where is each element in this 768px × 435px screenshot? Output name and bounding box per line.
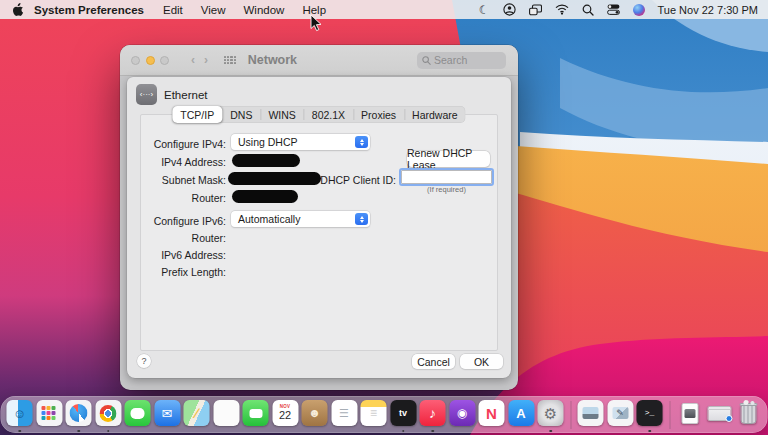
running-indicator-dot bbox=[107, 430, 110, 433]
menu-item-window[interactable]: Window bbox=[235, 4, 294, 16]
configure-ipv6-popup[interactable]: Automatically bbox=[231, 211, 370, 227]
dock-item-preview[interactable]: ✎ bbox=[606, 397, 634, 432]
ethernet-sheet: ‹···› Ethernet TCP/IPDNSWINS802.1XProxie… bbox=[127, 77, 511, 378]
dock-item-photos[interactable] bbox=[212, 397, 240, 432]
dock-item-reminders[interactable]: ☰ bbox=[330, 397, 358, 432]
tab-proxies[interactable]: Proxies bbox=[353, 106, 404, 123]
apple-menu-icon[interactable] bbox=[13, 3, 24, 16]
ipv4-address-label: IPv4 Address: bbox=[127, 156, 226, 168]
popup-stepper-icon bbox=[355, 136, 368, 148]
subnet-mask-label: Subnet Mask: bbox=[127, 174, 226, 186]
running-indicator-dot bbox=[431, 430, 434, 433]
dock-divider bbox=[570, 401, 571, 429]
router-label: Router: bbox=[127, 192, 226, 204]
service-name: Ethernet bbox=[164, 89, 207, 101]
window-title: Network bbox=[248, 53, 297, 67]
cancel-button[interactable]: Cancel bbox=[412, 354, 455, 369]
configure-ipv4-label: Configure IPv4: bbox=[127, 138, 226, 150]
dock-item-chrome[interactable] bbox=[94, 397, 122, 432]
menu-app-name[interactable]: System Preferences bbox=[30, 4, 154, 16]
configure-ipv6-value: Automatically bbox=[231, 213, 355, 225]
prefix-length-label: Prefix Length: bbox=[127, 266, 226, 278]
dock-item-apple-tv[interactable]: tv bbox=[389, 397, 417, 432]
search-field[interactable]: Search bbox=[417, 52, 506, 69]
dock-item-maps[interactable]: ∕ bbox=[183, 397, 211, 432]
tab-wins[interactable]: WINS bbox=[260, 106, 303, 123]
search-placeholder: Search bbox=[434, 54, 467, 66]
dock-item-system-preferences[interactable]: ⚙ bbox=[537, 397, 565, 432]
dock-item-finder[interactable]: ☺ bbox=[6, 397, 34, 432]
ipv6-address-label: IPv6 Address: bbox=[127, 249, 226, 261]
dock-item-mail[interactable]: ✉ bbox=[153, 397, 181, 432]
close-button[interactable] bbox=[131, 56, 140, 65]
user-account-icon[interactable] bbox=[503, 0, 516, 19]
mouse-cursor bbox=[310, 14, 322, 32]
dock-item-news[interactable]: N bbox=[478, 397, 506, 432]
dhcp-client-id-input[interactable] bbox=[401, 170, 492, 184]
siri-icon[interactable] bbox=[633, 0, 645, 19]
ipv6-router-label: Router: bbox=[127, 232, 226, 244]
ipv4-address-redacted-value bbox=[232, 154, 300, 167]
running-indicator-dot bbox=[402, 430, 405, 433]
screen-mirroring-icon[interactable] bbox=[529, 0, 542, 19]
running-indicator-dot bbox=[77, 430, 80, 433]
configure-ipv4-value: Using DHCP bbox=[231, 136, 355, 148]
dock-item-image-viewer[interactable] bbox=[577, 397, 605, 432]
dock-item-app-store[interactable]: A bbox=[507, 397, 535, 432]
zoom-button[interactable] bbox=[160, 56, 169, 65]
menu-item-view[interactable]: View bbox=[192, 4, 235, 16]
dock-item-calendar[interactable]: NOV22 bbox=[271, 397, 299, 432]
dock-item-music[interactable]: ♪ bbox=[419, 397, 447, 432]
dock-divider bbox=[669, 401, 670, 429]
menu-bar: System Preferences EditViewWindowHelp ☾ … bbox=[0, 0, 768, 19]
dock-item-launchpad[interactable] bbox=[35, 397, 63, 432]
minimize-button[interactable] bbox=[146, 56, 155, 65]
running-indicator-dot bbox=[549, 430, 552, 433]
forward-icon[interactable]: › bbox=[204, 53, 208, 67]
tab-tcp-ip[interactable]: TCP/IP bbox=[172, 106, 222, 123]
network-window: ‹ › Network Search ‹···› Ethernet TCP/IP… bbox=[120, 45, 518, 390]
renew-dhcp-lease-button[interactable]: Renew DHCP Lease bbox=[407, 151, 490, 167]
dock-item-document[interactable] bbox=[676, 397, 704, 432]
show-all-icon[interactable] bbox=[224, 56, 236, 65]
configure-ipv4-popup[interactable]: Using DHCP bbox=[231, 134, 370, 150]
dock-item-messages[interactable] bbox=[124, 397, 152, 432]
tab-bar: TCP/IPDNSWINS802.1XProxiesHardware bbox=[172, 106, 465, 123]
window-titlebar[interactable]: ‹ › Network Search bbox=[120, 45, 518, 76]
running-indicator-dot bbox=[648, 430, 651, 433]
dock-item-contacts[interactable]: ☻ bbox=[301, 397, 329, 432]
tab-802-1x[interactable]: 802.1X bbox=[304, 106, 353, 123]
dock-item-terminal[interactable]: >_ bbox=[636, 397, 664, 432]
search-icon bbox=[422, 56, 431, 65]
dock-item-podcasts[interactable]: ◉ bbox=[448, 397, 476, 432]
dock-item-facetime[interactable] bbox=[242, 397, 270, 432]
back-icon[interactable]: ‹ bbox=[191, 53, 195, 67]
running-indicator-dot bbox=[18, 430, 21, 433]
desktop: System Preferences EditViewWindowHelp ☾ … bbox=[0, 0, 768, 435]
ethernet-icon: ‹···› bbox=[136, 84, 157, 105]
dock-item-trash[interactable] bbox=[735, 397, 763, 432]
spotlight-icon[interactable] bbox=[582, 0, 594, 19]
wifi-icon[interactable] bbox=[555, 0, 569, 19]
control-center-icon[interactable] bbox=[607, 0, 620, 19]
popup-stepper-icon bbox=[355, 213, 368, 225]
router-redacted-value bbox=[232, 190, 298, 203]
menu-item-edit[interactable]: Edit bbox=[154, 4, 192, 16]
ok-button[interactable]: OK bbox=[460, 354, 503, 369]
dock-item-safari[interactable] bbox=[65, 397, 93, 432]
tab-hardware[interactable]: Hardware bbox=[404, 106, 466, 123]
tab-dns[interactable]: DNS bbox=[222, 106, 260, 123]
help-button[interactable]: ? bbox=[137, 354, 151, 368]
dock-item-notes[interactable]: ≡ bbox=[360, 397, 388, 432]
configure-ipv6-label: Configure IPv6: bbox=[127, 215, 226, 227]
dock: ☺✉∕NOV22☻☰≡tv♪◉NA⚙✎>_ bbox=[1, 396, 768, 433]
menu-clock[interactable]: Tue Nov 22 7:30 PM bbox=[658, 4, 758, 16]
dock-item-minimized-window[interactable] bbox=[705, 397, 733, 432]
dhcp-client-id-hint: (If required) bbox=[401, 185, 492, 194]
do-not-disturb-icon[interactable]: ☾ bbox=[479, 0, 490, 19]
dhcp-client-id-label: DHCP Client ID: bbox=[287, 174, 396, 186]
